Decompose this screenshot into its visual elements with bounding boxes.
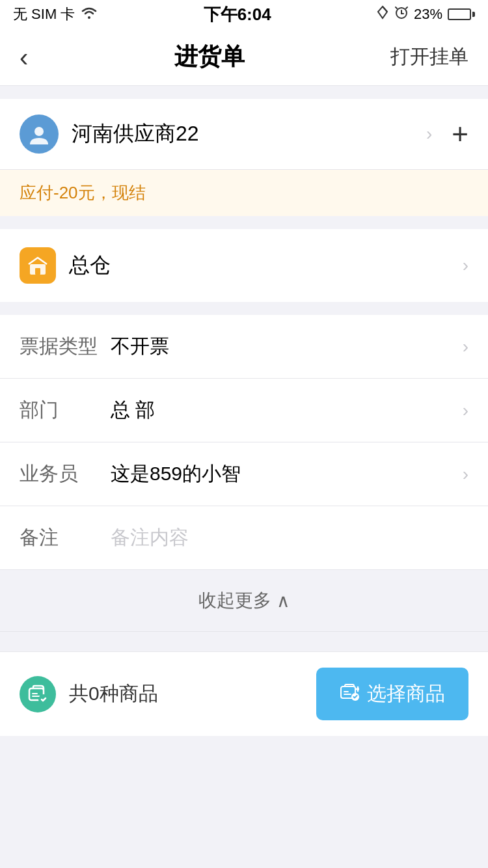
invoice-type-label: 票据类型: [20, 333, 111, 360]
salesperson-row[interactable]: 业务员 这是859的小智 ›: [0, 442, 488, 506]
form-fields: 票据类型 不开票 › 部门 总 部 › 业务员 这是859的小智 › 备注 备注…: [0, 315, 488, 569]
product-count-text: 共0种商品: [69, 681, 316, 707]
department-label: 部门: [20, 397, 111, 424]
remarks-row[interactable]: 备注 备注内容: [0, 506, 488, 569]
product-count-icon: [20, 676, 56, 712]
battery-icon: [448, 8, 475, 20]
invoice-type-chevron-icon: ›: [463, 336, 468, 357]
remarks-label: 备注: [20, 524, 111, 551]
battery-percent: 23%: [414, 6, 442, 23]
salesperson-chevron-icon: ›: [463, 464, 468, 485]
remarks-value[interactable]: 备注内容: [111, 524, 468, 551]
status-left: 无 SIM 卡: [13, 5, 98, 24]
svg-rect-3: [35, 268, 40, 275]
warehouse-icon: [20, 247, 56, 284]
location-icon: [376, 5, 389, 23]
section-divider-2: [0, 216, 488, 229]
status-time: 下午6:04: [204, 3, 271, 26]
supplier-name: 河南供应商22: [72, 120, 426, 148]
page-title: 进货单: [174, 41, 245, 73]
back-button[interactable]: ‹: [20, 44, 28, 70]
svg-point-1: [34, 127, 44, 136]
collapse-chevron-icon: ∧: [277, 590, 290, 612]
supplier-avatar: [20, 115, 59, 154]
select-product-button[interactable]: 选择商品: [316, 668, 468, 720]
status-bar: 无 SIM 卡 下午6:04 23%: [0, 0, 488, 29]
add-supplier-button[interactable]: +: [452, 120, 468, 148]
warehouse-chevron-icon: ›: [463, 255, 468, 276]
select-product-icon: [340, 683, 359, 705]
nav-bar: ‹ 进货单 打开挂单: [0, 29, 488, 86]
collapse-row[interactable]: 收起更多 ∧: [0, 569, 488, 632]
salesperson-label: 业务员: [20, 461, 111, 487]
supplier-alert-banner: 应付-20元，现结: [0, 170, 488, 216]
salesperson-value: 这是859的小智: [111, 461, 456, 487]
supplier-chevron-icon: ›: [426, 124, 432, 144]
department-value: 总 部: [111, 397, 456, 424]
alert-text: 应付-20元，现结: [20, 183, 146, 202]
collapse-label: 收起更多: [198, 588, 271, 613]
section-divider-1: [0, 86, 488, 99]
status-right: 23%: [376, 5, 475, 23]
warehouse-name: 总仓: [69, 251, 456, 280]
invoice-type-value: 不开票: [111, 333, 456, 360]
section-divider-4: [0, 632, 488, 645]
select-product-label: 选择商品: [367, 681, 445, 707]
supplier-row[interactable]: 河南供应商22 › +: [0, 99, 488, 170]
open-pending-button[interactable]: 打开挂单: [390, 44, 468, 70]
supplier-section: 河南供应商22 › + 应付-20元，现结: [0, 99, 488, 216]
warehouse-row[interactable]: 总仓 ›: [0, 229, 488, 302]
background-fill: [0, 736, 488, 868]
wifi-icon: [80, 6, 98, 23]
invoice-type-row[interactable]: 票据类型 不开票 ›: [0, 315, 488, 379]
sim-status: 无 SIM 卡: [13, 5, 75, 24]
department-chevron-icon: ›: [463, 400, 468, 421]
bottom-bar: 共0种商品 选择商品: [0, 651, 488, 736]
alarm-icon: [394, 5, 409, 23]
section-divider-3: [0, 302, 488, 315]
department-row[interactable]: 部门 总 部 ›: [0, 379, 488, 442]
